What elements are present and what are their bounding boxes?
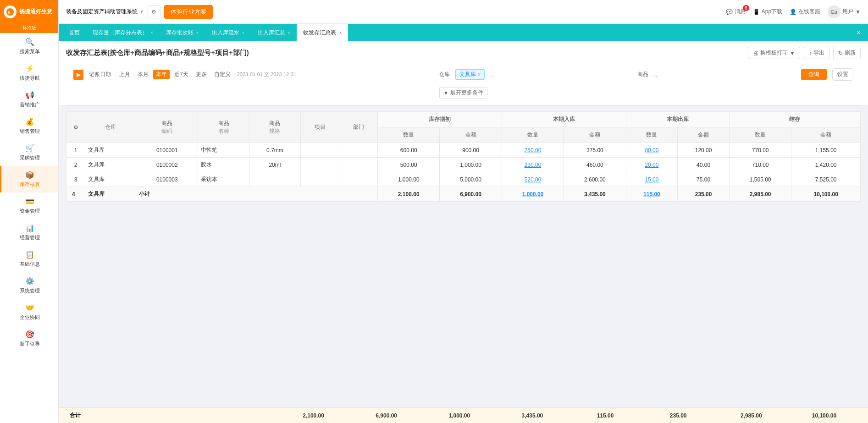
tabbar-close-button[interactable]: × xyxy=(853,29,864,36)
sidebar-item-system[interactable]: ⚙️ 系统管理 xyxy=(0,272,58,299)
subtotal-in-qty[interactable]: 1,000.00 xyxy=(502,187,564,202)
tab-close-icon[interactable]: × xyxy=(150,30,153,35)
tab-close-icon[interactable]: × xyxy=(242,30,245,35)
logo-text: 畅捷通好生意 xyxy=(19,8,52,16)
app-download-button[interactable]: 📱 App下载 xyxy=(753,8,782,16)
message-icon: 💬 xyxy=(726,9,733,15)
warehouse-more-button[interactable]: ... xyxy=(490,71,495,78)
row-department xyxy=(339,143,378,158)
settings-button[interactable]: ⚙ xyxy=(148,5,160,18)
settings-link[interactable]: 设置 xyxy=(832,68,853,81)
search-icon: 🔍 xyxy=(25,38,34,46)
col-opening-amt-header: 金额 xyxy=(440,127,502,143)
row-department xyxy=(339,158,378,172)
sidebar-item-label: 销售管理 xyxy=(20,128,40,135)
date-opt-more[interactable]: 更多 xyxy=(193,70,210,79)
print-dropdown-icon: ▼ xyxy=(790,50,795,56)
subtotal-in-amt: 3,435.00 xyxy=(564,187,626,202)
row-goods-code: 0100001 xyxy=(136,143,198,158)
sidebar-item-enterprise[interactable]: 🤝 企业协同 xyxy=(0,299,58,325)
row-out-qty[interactable]: 15.00 xyxy=(626,172,678,187)
date-opt-this-month[interactable]: 本月 xyxy=(135,70,151,79)
col-settings-header[interactable]: ⚙ xyxy=(66,112,85,143)
sidebar-item-search[interactable]: 🔍 搜索菜单 xyxy=(0,33,58,60)
row-goods-code: 0100003 xyxy=(136,172,198,187)
message-button[interactable]: 💬 消息 6 xyxy=(726,8,746,16)
tab-inventory-dist[interactable]: 现存量（库存分布表） × xyxy=(86,24,160,41)
warehouse-tag-close[interactable]: × xyxy=(478,72,481,77)
sidebar-item-quick-nav[interactable]: ⚡ 快捷导航 xyxy=(0,60,58,86)
row-in-qty[interactable]: 250.00 xyxy=(502,143,564,158)
tab-close-icon[interactable]: × xyxy=(288,30,291,35)
tab-recv-send-summary[interactable]: 收发存汇总表 × xyxy=(297,24,348,41)
tab-close-icon[interactable]: × xyxy=(339,30,342,35)
date-range-display: 2023-01-01 至 2023-12-31 xyxy=(237,71,297,78)
sidebar-item-sales[interactable]: 💰 销售管理 xyxy=(0,113,58,139)
print-icon: 🖨 xyxy=(753,50,758,56)
col-department-header: 部门 xyxy=(339,112,378,143)
sidebar-item-label: 库存核算 xyxy=(20,181,40,188)
tab-batch-account[interactable]: 库存批次账 × xyxy=(160,24,205,41)
tab-label: 收发存汇总表 xyxy=(303,29,336,37)
page-title-row: 收发存汇总表(按仓库+商品编码+商品+规格型号+项目+部门) 🖨 换模板打印 ▼… xyxy=(66,47,861,59)
query-button[interactable]: 查询 xyxy=(801,69,827,80)
tab-bar: 首页 现存量（库存分布表） × 库存批次账 × 出入库流水 × 出入库汇总 × … xyxy=(59,24,868,41)
page-content: 收发存汇总表(按仓库+商品编码+商品+规格型号+项目+部门) 🖨 换模板打印 ▼… xyxy=(59,41,868,423)
row-balance-qty: 770.00 xyxy=(729,143,791,158)
row-in-qty[interactable]: 520.00 xyxy=(502,172,564,187)
tab-close-icon[interactable]: × xyxy=(196,30,199,35)
row-project xyxy=(301,158,339,172)
refresh-label: 刷新 xyxy=(845,49,856,57)
column-settings-icon[interactable]: ⚙ xyxy=(69,121,82,134)
online-service-button[interactable]: 👤 在线客服 xyxy=(790,8,820,16)
row-opening-qty: 600.00 xyxy=(378,143,440,158)
sidebar-item-label: 营销推广 xyxy=(20,101,40,108)
row-out-qty[interactable]: 20.00 xyxy=(626,158,678,172)
subtotal-balance-qty: 2,985.00 xyxy=(729,187,791,202)
footer-opening-qty: 2,100.00 xyxy=(277,412,350,419)
date-options: 上月 本月 本年 近7天 更多 自定义 2023-01-01 至 2023-12… xyxy=(116,70,296,79)
print-button[interactable]: 🖨 换模板打印 ▼ xyxy=(748,47,800,59)
app-edition: 标准版 xyxy=(0,24,58,33)
download-icon: 📱 xyxy=(753,9,760,15)
sidebar-item-label: 采购管理 xyxy=(20,154,40,161)
footer-in-qty: 1,000.00 xyxy=(423,412,496,419)
footer-total-label: 合计 xyxy=(66,412,277,419)
expand-more-conditions[interactable]: ▼ 展开更多条件 xyxy=(439,87,488,99)
date-opt-7days[interactable]: 近7天 xyxy=(171,70,191,79)
base-info-icon: 📋 xyxy=(25,250,34,259)
logo-icon: 6 xyxy=(4,5,17,18)
tab-in-out-flow[interactable]: 出入库流水 × xyxy=(205,24,251,41)
sidebar-item-guide[interactable]: 🎯 新手引导 xyxy=(0,325,58,352)
date-opt-last-month[interactable]: 上月 xyxy=(116,70,133,79)
system-title-dropdown[interactable]: 装备及固定资产辅助管理系统 ▼ xyxy=(66,8,144,16)
sidebar-item-base-info[interactable]: 📋 基础信息 xyxy=(0,246,58,272)
date-opt-custom[interactable]: 自定义 xyxy=(211,70,233,79)
sidebar-item-marketing[interactable]: 📢 营销推广 xyxy=(0,86,58,113)
filter-toggle-button[interactable]: ▶ xyxy=(73,70,83,80)
subtotal-out-qty[interactable]: 115.00 xyxy=(626,187,678,202)
export-icon: ↑ xyxy=(809,50,812,56)
marketing-icon: 📢 xyxy=(25,91,34,99)
user-menu[interactable]: Ea 用户 ▼ xyxy=(828,5,861,18)
online-service-label: 在线客服 xyxy=(798,8,820,16)
row-in-qty[interactable]: 230.00 xyxy=(502,158,564,172)
tab-in-out-summary[interactable]: 出入库汇总 × xyxy=(251,24,297,41)
col-opening-group-header: 库存期初 xyxy=(378,112,502,127)
row-out-qty[interactable]: 80.00 xyxy=(626,143,678,158)
refresh-button[interactable]: ↻ 刷新 xyxy=(833,47,861,59)
row-in-amt: 2,600.00 xyxy=(564,172,626,187)
footer-balance-amt: 10,100.00 xyxy=(788,412,861,419)
tab-home[interactable]: 首页 xyxy=(62,24,86,41)
sidebar-item-label: 资金管理 xyxy=(20,208,40,214)
sidebar-item-purchase[interactable]: 🛒 采购管理 xyxy=(0,139,58,166)
goods-more-button[interactable]: ... xyxy=(654,71,658,78)
sidebar-item-finance[interactable]: 💳 资金管理 xyxy=(0,192,58,219)
trial-button[interactable]: 体验行业方案 xyxy=(164,5,213,19)
table-footer: 合计 2,100.00 6,900.00 1,000.00 3,435.00 1… xyxy=(59,407,868,423)
export-button[interactable]: ↑ 导出 xyxy=(804,47,829,59)
warehouse-filter-label: 仓库 xyxy=(439,71,450,78)
date-opt-this-year[interactable]: 本年 xyxy=(153,70,170,79)
sidebar-item-inventory[interactable]: 📦 库存核算 xyxy=(0,166,58,192)
sidebar-item-operations[interactable]: 📊 经营管理 xyxy=(0,219,58,246)
